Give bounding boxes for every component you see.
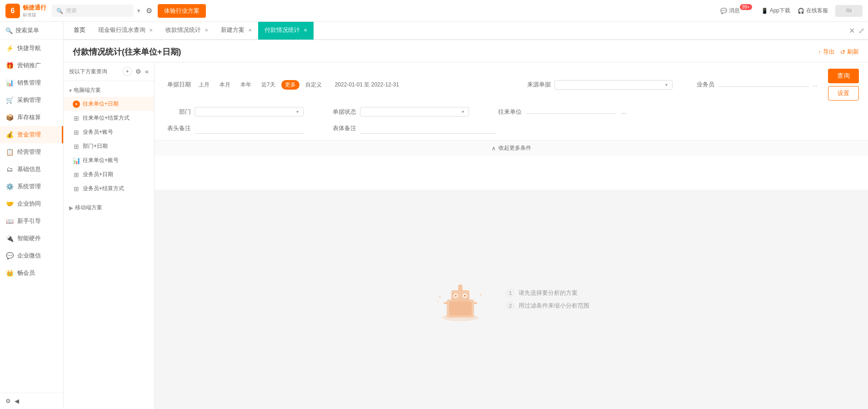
user-avatar[interactable]: Rit xyxy=(835,5,863,17)
scheme-add-button[interactable]: + xyxy=(123,67,132,76)
staff-label: 业务员 xyxy=(687,81,714,89)
empty-state: 1 请先选择要分析的方案 2 用过滤条件来缩小分析范围 xyxy=(155,190,868,409)
date-btn-this-month[interactable]: 本月 xyxy=(215,79,234,91)
sidebar-item-operation[interactable]: 📋 经营管理 xyxy=(0,143,63,161)
collapse-button[interactable]: ∧ 收起更多条件 xyxy=(155,140,868,156)
scheme-item-staff-account[interactable]: ⊞ 业务员+账号 xyxy=(64,125,154,139)
source-select[interactable]: ▾ xyxy=(554,80,673,90)
app-download-button[interactable]: 📱 App下载 xyxy=(761,7,790,15)
unit-input[interactable] xyxy=(525,110,616,114)
status-label: 单据状态 xyxy=(329,108,356,116)
sidebar-item-marketing[interactable]: 🎁 营销推广 xyxy=(0,57,63,74)
sidebar-item-finance[interactable]: 💰 资金管理 xyxy=(0,126,63,143)
scheme-group-mobile-header[interactable]: ▶ 移动端方案 xyxy=(64,201,154,214)
dropdown-arrow[interactable]: ▾ xyxy=(137,7,140,14)
tab-bank-flow[interactable]: 现金银行流水查询 ✕ xyxy=(92,22,159,40)
staff-input[interactable] xyxy=(718,83,809,87)
gear-button[interactable]: ⚙ xyxy=(146,6,152,15)
scheme-group-desktop-header[interactable]: ▾ 电脑端方案 xyxy=(64,84,154,97)
dept-label: 部门 xyxy=(164,108,191,116)
settings-button[interactable]: 设置 xyxy=(828,86,859,101)
search-icon: 🔍 xyxy=(5,27,13,34)
scheme-panel-title: 按以下方案查询 xyxy=(69,68,107,76)
tab-expand-icon[interactable]: ⤢ xyxy=(858,26,864,35)
tab-receivable-close[interactable]: ✕ xyxy=(205,28,208,33)
scheme-item-dept-date[interactable]: ⊞ 部门+日期 xyxy=(64,139,154,153)
trial-button[interactable]: 体验行业方案 xyxy=(158,4,206,18)
sidebar-item-purchase[interactable]: 🛒 采购管理 xyxy=(0,91,63,109)
tab-home[interactable]: 首页 xyxy=(67,22,92,40)
table-icon-3: ⊞ xyxy=(73,143,80,150)
filter-cell-staff: 业务员 ... 查询 设置 xyxy=(687,69,859,101)
source-arrow: ▾ xyxy=(665,82,668,87)
table-icon-5: ⊞ xyxy=(73,185,80,192)
sidebar-item-wechat[interactable]: 💬 企业微信 xyxy=(0,247,63,264)
scheme-item-unit-date[interactable]: ● 往来单位+日期 xyxy=(64,97,154,111)
date-btn-custom[interactable]: 自定义 xyxy=(301,79,326,91)
date-btn-last-month[interactable]: 上月 xyxy=(195,79,214,91)
status-select[interactable]: ▾ xyxy=(360,107,469,116)
wechat-icon: 💬 xyxy=(5,252,14,260)
filter-row-2: 部门 ▾ 单据状态 xyxy=(164,107,859,116)
date-btn-7days[interactable]: 近7天 xyxy=(257,79,279,91)
body-remark-label: 表体备注 xyxy=(329,124,356,132)
date-range-display: 2022-01-01 至 2022-12-31 xyxy=(335,81,399,89)
page-header: 付款情况统计(往来单位+日期) ↑ 导出 ↺ 刷新 xyxy=(64,40,868,62)
header-remark-input[interactable] xyxy=(195,123,304,134)
sidebar-item-quick-nav[interactable]: ⚡ 快捷导航 xyxy=(0,40,63,57)
sidebar-item-guide[interactable]: 📖 新手引导 xyxy=(0,212,63,230)
basic-icon: 🗂 xyxy=(5,165,14,173)
sidebar-settings-icon[interactable]: ⚙ xyxy=(5,398,11,404)
tab-payable-close[interactable]: ✕ xyxy=(304,28,307,33)
scheme-item-staff-settlement[interactable]: ⊞ 业务员+结算方式 xyxy=(64,182,154,196)
scheme-item-staff-date[interactable]: ⊞ 业务员+日期 xyxy=(64,167,154,182)
guide-icon: 📖 xyxy=(5,217,14,225)
page-actions: ↑ 导出 ↺ 刷新 xyxy=(818,48,859,56)
sidebar-item-inventory[interactable]: 📦 库存核算 xyxy=(0,109,63,126)
online-service-button[interactable]: 🎧 在线客服 xyxy=(798,7,828,15)
table-icon-2: ⊞ xyxy=(73,129,80,136)
svg-point-13 xyxy=(437,301,439,303)
messages-button[interactable]: 💬 消息 99+ xyxy=(720,7,754,15)
sidebar-item-member[interactable]: 👑 畅会员 xyxy=(0,264,63,282)
scheme-collapse-button[interactable]: « xyxy=(145,68,149,75)
tab-bank-flow-close[interactable]: ✕ xyxy=(149,28,153,33)
sidebar-collapse-icon[interactable]: ◀ xyxy=(15,398,19,404)
sidebar-item-basic[interactable]: 🗂 基础信息 xyxy=(0,161,63,178)
operation-icon: 📋 xyxy=(5,148,14,156)
sidebar-bottom: ⚙ ◀ xyxy=(0,393,63,409)
filter-row-1: 单据日期 上月 本月 本年 近7天 更多 自定义 xyxy=(164,69,859,101)
filter-results-area: 单据日期 上月 本月 本年 近7天 更多 自定义 xyxy=(155,62,868,409)
refresh-button[interactable]: ↺ 刷新 xyxy=(840,48,859,56)
sidebar-item-sales[interactable]: 📊 销售管理 xyxy=(0,74,63,91)
unit-label: 往来单位 xyxy=(494,108,522,116)
sidebar-item-system[interactable]: ⚙️ 系统管理 xyxy=(0,178,63,195)
export-icon: ↑ xyxy=(818,49,822,56)
dept-select[interactable]: ▾ xyxy=(195,107,304,116)
quick-nav-icon: ⚡ xyxy=(5,44,14,52)
tab-new-scheme[interactable]: 新建方案 ✕ xyxy=(215,22,258,40)
export-button[interactable]: ↑ 导出 xyxy=(818,48,835,56)
search-bar: 🔍 搜索 xyxy=(52,5,134,17)
date-btn-this-year[interactable]: 本年 xyxy=(236,79,255,91)
date-btn-more[interactable]: 更多 xyxy=(281,80,299,90)
tab-close-all-icon[interactable]: ✕ xyxy=(849,26,855,35)
purchase-icon: 🛒 xyxy=(5,96,14,104)
sales-icon: 📊 xyxy=(5,79,14,87)
tab-new-scheme-close[interactable]: ✕ xyxy=(248,28,252,33)
tab-receivable[interactable]: 收款情况统计 ✕ xyxy=(159,22,215,40)
sidebar-search[interactable]: 🔍 搜索菜单 xyxy=(0,22,63,40)
logo-icon: 6 xyxy=(5,4,20,18)
scheme-item-unit-account[interactable]: 📊 往来单位+账号 xyxy=(64,153,154,167)
table-icon-1: ⊞ xyxy=(73,115,80,122)
tab-payable[interactable]: 付款情况统计 ✕ xyxy=(258,22,314,40)
filter-area: 单据日期 上月 本月 本年 近7天 更多 自定义 xyxy=(155,62,868,190)
filter-cell-unit: 往来单位 ... xyxy=(494,108,626,116)
sidebar-item-hardware[interactable]: 🔌 智能硬件 xyxy=(0,230,63,247)
collapse-icon: ∧ xyxy=(492,145,496,151)
sidebar-item-enterprise[interactable]: 🤝 企业协同 xyxy=(0,195,63,212)
query-button[interactable]: 查询 xyxy=(828,69,859,83)
scheme-settings-button[interactable]: ⚙ xyxy=(135,68,141,75)
scheme-item-unit-settlement[interactable]: ⊞ 往来单位+结算方式 xyxy=(64,111,154,125)
body-remark-input[interactable] xyxy=(360,123,496,134)
